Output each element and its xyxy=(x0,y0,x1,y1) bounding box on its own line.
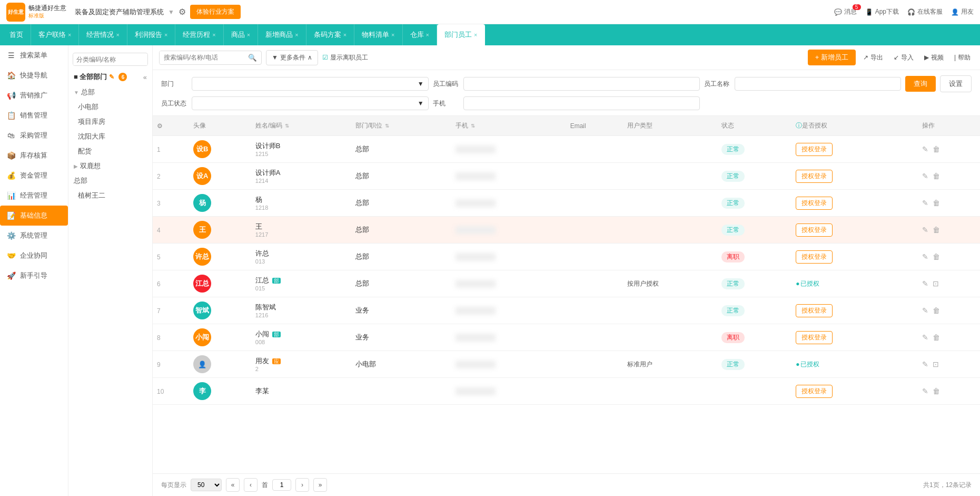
delete-icon[interactable]: 🗑 xyxy=(933,387,940,395)
filter-empname-input[interactable] xyxy=(735,77,901,91)
close-icon[interactable]: × xyxy=(343,32,347,38)
auth-button[interactable]: 授权登录 xyxy=(796,385,833,398)
dept-search-input[interactable] xyxy=(73,54,148,65)
app-download-action[interactable]: 📱 App下载 xyxy=(865,7,899,16)
query-button[interactable]: 查询 xyxy=(905,76,936,92)
auth-button[interactable]: 授权登录 xyxy=(796,143,833,156)
view-button[interactable]: ▶ 视频 xyxy=(921,51,947,64)
edit-icon[interactable]: ✎ xyxy=(922,387,928,395)
auth-button[interactable]: 授权登录 xyxy=(796,197,833,210)
close-icon[interactable]: × xyxy=(116,32,119,38)
add-employee-button[interactable]: + 新增员工 xyxy=(808,50,856,65)
tab-warehouse[interactable]: 仓库× xyxy=(403,24,437,45)
search-input[interactable] xyxy=(160,51,244,64)
try-btn[interactable]: 体验行业方案 xyxy=(190,5,241,19)
close-icon[interactable]: × xyxy=(68,32,71,38)
edit-icon[interactable]: ✎ xyxy=(922,252,928,261)
edit-icon[interactable]: ✎ xyxy=(922,145,928,153)
user-action[interactable]: 👤 用友 xyxy=(951,7,974,16)
sidebar-item-inventory[interactable]: 📦 库存核算 xyxy=(0,145,68,166)
filter-phone-input[interactable] xyxy=(463,96,700,110)
tab-profit[interactable]: 利润报告× xyxy=(127,24,175,45)
dept-tree-parent-shuanglu[interactable]: ▶ 双鹿想 xyxy=(68,159,152,173)
service-action[interactable]: 🎧 在线客服 xyxy=(907,7,943,16)
tab-history[interactable]: 经营历程× xyxy=(175,24,223,45)
search-button[interactable]: 🔍 xyxy=(244,51,261,64)
sidebar-item-sales[interactable]: 📋 销售管理 xyxy=(0,105,68,125)
edit-icon[interactable]: ✎ xyxy=(922,279,928,288)
tab-bom[interactable]: 物料清单× xyxy=(354,24,402,45)
dept-tree-parent-zongbu2[interactable]: 总部 xyxy=(68,173,152,188)
show-resigned-toggle[interactable]: ☑ 显示离职员工 xyxy=(322,53,368,62)
close-icon[interactable]: × xyxy=(247,32,250,38)
next-page-button[interactable]: › xyxy=(295,478,309,492)
tab-home[interactable]: 首页 xyxy=(2,24,31,45)
dept-edit-icon[interactable]: ✎ xyxy=(109,73,114,81)
delete-icon[interactable]: 🗑 xyxy=(933,145,940,153)
edit-icon[interactable]: ✎ xyxy=(922,306,928,315)
reset-button[interactable]: 设置 xyxy=(940,75,972,92)
gear-button[interactable]: ⚙ xyxy=(179,7,186,17)
sidebar-item-business[interactable]: 📊 经营管理 xyxy=(0,186,68,206)
close-icon[interactable]: × xyxy=(295,32,298,38)
edit-icon[interactable]: ✎ xyxy=(922,199,928,207)
tab-goods[interactable]: 商品× xyxy=(224,24,258,45)
sidebar-item-basic[interactable]: 📝 基础信息 xyxy=(0,206,68,226)
auth-button[interactable]: 授权登录 xyxy=(796,250,833,264)
delete-icon[interactable]: 🗑 xyxy=(933,306,940,315)
edit-icon[interactable]: ✎ xyxy=(922,226,928,234)
copy-icon[interactable]: ⊡ xyxy=(933,360,939,368)
tab-new-goods[interactable]: 新增商品× xyxy=(258,24,306,45)
tab-customer[interactable]: 客户联络× xyxy=(31,24,79,45)
import-button[interactable]: ↙ 导入 xyxy=(890,51,917,64)
close-icon[interactable]: × xyxy=(474,32,477,38)
filter-dept-select[interactable]: ▼ xyxy=(192,77,429,91)
dept-tree-item-peihuo[interactable]: 配货 xyxy=(68,144,152,159)
sidebar-item-finance[interactable]: 💰 资金管理 xyxy=(0,166,68,186)
more-filter-button[interactable]: ▼ 更多条件 ∧ xyxy=(266,50,318,65)
delete-icon[interactable]: 🗑 xyxy=(933,199,940,207)
sidebar-item-search[interactable]: ☰ 搜索菜单 xyxy=(0,45,68,65)
sidebar-item-system[interactable]: ⚙️ 系统管理 xyxy=(0,226,68,246)
close-icon[interactable]: × xyxy=(391,32,394,38)
dept-tree-item-xiangmu[interactable]: 项目库房 xyxy=(68,114,152,129)
filter-status-select[interactable]: ▼ xyxy=(192,96,429,110)
sort-icon[interactable]: ⇅ xyxy=(471,123,475,129)
auth-button[interactable]: 授权登录 xyxy=(796,331,833,344)
last-page-button[interactable]: » xyxy=(313,478,327,492)
page-size-select[interactable]: 50 20 100 xyxy=(191,479,222,491)
delete-icon[interactable]: 🗑 xyxy=(933,252,940,261)
dept-collapse-icon[interactable]: « xyxy=(143,73,147,81)
system-dropdown-icon[interactable]: ▼ xyxy=(168,8,174,16)
dept-tree-parent-zongbu[interactable]: ▼ 总部 xyxy=(68,85,152,100)
export-button[interactable]: ↗ 导出 xyxy=(860,51,886,64)
sidebar-item-marketing[interactable]: 📢 营销推广 xyxy=(0,85,68,105)
copy-icon[interactable]: ⊡ xyxy=(933,279,939,288)
edit-icon[interactable]: ✎ xyxy=(922,360,928,368)
tab-dept-staff[interactable]: 部门员工× xyxy=(437,24,485,45)
sidebar-item-nav[interactable]: 🏠 快捷导航 xyxy=(0,65,68,85)
delete-icon[interactable]: 🗑 xyxy=(933,226,940,234)
edit-icon[interactable]: ✎ xyxy=(922,172,928,180)
page-number-input[interactable] xyxy=(272,479,291,491)
delete-icon[interactable]: 🗑 xyxy=(933,172,940,180)
search-bar[interactable]: 🔍 xyxy=(159,51,262,65)
close-icon[interactable]: × xyxy=(212,32,215,38)
message-action[interactable]: 💬 消息 5 xyxy=(834,7,857,16)
delete-icon[interactable]: 🗑 xyxy=(933,333,940,342)
help-button[interactable]: | 帮助 xyxy=(951,51,974,64)
close-icon[interactable]: × xyxy=(164,32,167,38)
first-page-button[interactable]: « xyxy=(226,478,240,492)
sort-icon[interactable]: ⇅ xyxy=(285,123,289,129)
dept-tree-item-xiaodianbu[interactable]: 小电部 xyxy=(68,100,152,114)
tab-barcode[interactable]: 条码方案× xyxy=(306,24,354,45)
edit-icon[interactable]: ✎ xyxy=(922,333,928,342)
tab-operation[interactable]: 经营情况× xyxy=(79,24,127,45)
filter-empcode-input[interactable] xyxy=(463,77,700,91)
dept-tree-item-shenyang[interactable]: 沈阳大库 xyxy=(68,129,152,144)
auth-button[interactable]: 授权登录 xyxy=(796,223,833,237)
dept-search[interactable]: 🔍 xyxy=(73,53,148,66)
sidebar-item-purchase[interactable]: 🛍 采购管理 xyxy=(0,125,68,145)
settings-icon[interactable]: ⚙ xyxy=(157,122,163,130)
sidebar-item-collab[interactable]: 🤝 企业协同 xyxy=(0,246,68,266)
